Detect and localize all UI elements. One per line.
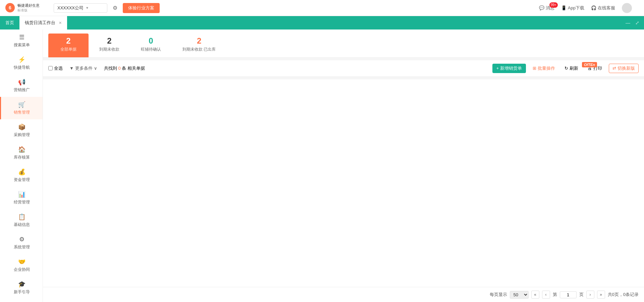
stat-label-overdue-shipped: 到期未收款 已出库 (182, 47, 216, 52)
gear-button[interactable]: ⚙ (110, 3, 120, 13)
sidebar-label-purchase: 采购管理 (14, 132, 30, 138)
quicknav-icon: ⚡ (18, 56, 25, 63)
stat-tab-all[interactable]: 2 全部单据 (48, 34, 89, 57)
sidebar-item-system[interactable]: ⚙ 系统管理 (0, 232, 43, 254)
refresh-icon: ↻ (565, 66, 568, 71)
sidebar-label-cooperation: 企业协同 (14, 267, 30, 273)
tab-bar: 首页 钱货日清工作台 ✕ — ⤢ (0, 16, 644, 29)
tab-minimize-button[interactable]: — (624, 19, 632, 27)
filter-icon: ▼ (69, 66, 74, 71)
tab-home[interactable]: 首页 (0, 16, 19, 29)
app-download-action[interactable]: 📱 App下载 (561, 5, 584, 11)
refresh-label: 刷新 (570, 65, 578, 71)
top-header: 6 畅捷通好生意 标准版 XXXXXX公司 ▼ ⚙ 体验行业方案 💬 消息 99… (0, 0, 644, 16)
purchase-icon: 📦 (18, 123, 25, 131)
sidebar-item-marketing[interactable]: 📢 营销推广 (0, 74, 43, 97)
often-badge: OfTEn (582, 62, 597, 67)
found-count: 0 (118, 66, 121, 71)
prev-page-button[interactable]: ‹ (542, 291, 550, 299)
found-unit: 条 (122, 66, 126, 71)
new-order-button[interactable]: + 新增销货单 (492, 64, 526, 73)
sidebar-item-purchase[interactable]: 📦 采购管理 (0, 119, 43, 142)
sidebar: ☰ 搜索菜单 ⚡ 快捷导航 📢 营销推广 🛒 销售管理 📦 采购管理 🏠 库存核… (0, 29, 43, 302)
avatar[interactable] (622, 3, 632, 13)
sidebar-item-sales[interactable]: 🛒 销售管理 (0, 97, 43, 119)
stats-tabs: 2 全部单据 2 到期未收款 0 旺辅待确认 2 到期未收款 已出库 (43, 29, 644, 58)
found-prefix: 共找到 (104, 66, 117, 71)
stat-tab-wangpu[interactable]: 0 旺辅待确认 (130, 34, 172, 57)
basics-icon: 📋 (18, 213, 25, 221)
logo-main: 畅捷通好生意 (17, 3, 40, 8)
stat-num-all: 2 (66, 36, 70, 46)
system-icon: ⚙ (19, 236, 24, 243)
switch-icon: ⇄ (612, 66, 616, 71)
tab-workbench[interactable]: 钱货日清工作台 ✕ (19, 16, 67, 29)
tab-expand-button[interactable]: ⤢ (633, 19, 641, 27)
stat-num-overdue-shipped: 2 (197, 36, 201, 46)
more-filters-label: 更多条件 (75, 65, 93, 71)
search-menu-icon: ☰ (19, 34, 24, 41)
app-download-label: App下载 (568, 5, 584, 11)
sidebar-item-finance[interactable]: 💰 资金管理 (0, 164, 43, 187)
header-right: 💬 消息 99+ 📱 App下载 🎧 在线客服 (539, 3, 639, 13)
total-label: 共0页，0条记录 (608, 292, 639, 298)
select-all-checkbox[interactable]: 全选 (48, 65, 63, 71)
tab-bar-actions: — ⤢ (624, 16, 644, 29)
company-selector[interactable]: XXXXXX公司 ▼ (54, 3, 107, 13)
refresh-button[interactable]: ↻ 刷新 (562, 64, 581, 73)
messages-badge: 99+ (549, 2, 558, 8)
stat-tab-overdue-shipped[interactable]: 2 到期未收款 已出库 (172, 34, 226, 57)
sidebar-label-search: 搜索菜单 (14, 42, 30, 48)
select-all-label: 全选 (54, 65, 63, 71)
sidebar-item-appcenter[interactable]: 📱 应用中心 (0, 299, 43, 302)
trial-button[interactable]: 体验行业方案 (123, 3, 160, 13)
batch-op-label: 批量操作 (538, 65, 555, 71)
online-service-label: 在线客服 (598, 5, 615, 11)
select-all-input[interactable] (48, 66, 53, 70)
first-page-button[interactable]: « (531, 291, 539, 299)
sales-icon: 🛒 (18, 101, 25, 108)
content-area: 2 全部单据 2 到期未收款 0 旺辅待确认 2 到期未收款 已出库 全选 (43, 29, 644, 302)
sidebar-item-quicknav[interactable]: ⚡ 快捷导航 (0, 52, 43, 74)
message-icon: 💬 (539, 5, 544, 10)
next-page-button[interactable]: › (586, 291, 594, 299)
current-page-input[interactable] (560, 291, 577, 298)
sidebar-label-quicknav: 快捷导航 (14, 65, 30, 70)
company-name: XXXXXX公司 (57, 5, 84, 11)
per-page-select[interactable]: 50 100 200 (510, 291, 529, 299)
sidebar-item-cooperation[interactable]: 🤝 企业协同 (0, 254, 43, 277)
batch-icon: ⊞ (533, 66, 536, 71)
switch-new-button[interactable]: ⇄ 切换新版 (609, 64, 639, 73)
sidebar-item-guide[interactable]: 🎓 新手引导 (0, 277, 43, 299)
sidebar-item-search[interactable]: ☰ 搜索菜单 (0, 29, 43, 52)
sidebar-label-finance: 资金管理 (14, 177, 30, 183)
stat-tab-overdue[interactable]: 2 到期未收款 (89, 34, 130, 57)
sidebar-label-basics: 基础信息 (14, 222, 30, 228)
stat-label-all: 全部单据 (60, 47, 76, 52)
stat-num-overdue: 2 (107, 36, 111, 46)
batch-op-button[interactable]: ⊞ 批量操作 (530, 64, 558, 73)
tab-home-label: 首页 (5, 20, 14, 26)
sidebar-item-operations[interactable]: 📊 经营管理 (0, 187, 43, 209)
last-page-button[interactable]: » (597, 291, 605, 299)
sidebar-item-basics[interactable]: 📋 基础信息 (0, 209, 43, 232)
logo-area: 6 畅捷通好生意 标准版 (5, 3, 48, 12)
sidebar-item-inventory[interactable]: 🏠 库存核算 (0, 142, 43, 164)
inventory-icon: 🏠 (18, 146, 25, 153)
tab-close-icon[interactable]: ✕ (59, 21, 62, 25)
switch-new-label: 切换新版 (618, 65, 635, 71)
cooperation-icon: 🤝 (18, 258, 25, 265)
chevron-down-icon: ▼ (86, 6, 89, 10)
messages-action[interactable]: 💬 消息 99+ (539, 5, 554, 11)
marketing-icon: 📢 (18, 78, 25, 86)
more-filters-button[interactable]: ▼ 更多条件 ∨ (67, 64, 100, 73)
page-suffix: 页 (579, 292, 584, 298)
sidebar-label-operations: 经营管理 (14, 199, 30, 205)
table-area (43, 79, 644, 287)
chevron-icon: ∨ (94, 66, 97, 71)
sidebar-label-marketing: 营销推广 (14, 87, 30, 93)
sidebar-label-inventory: 库存核算 (14, 155, 30, 160)
online-service-action[interactable]: 🎧 在线客服 (591, 5, 615, 11)
sidebar-label-sales: 销售管理 (14, 110, 30, 115)
finance-icon: 💰 (18, 168, 25, 176)
